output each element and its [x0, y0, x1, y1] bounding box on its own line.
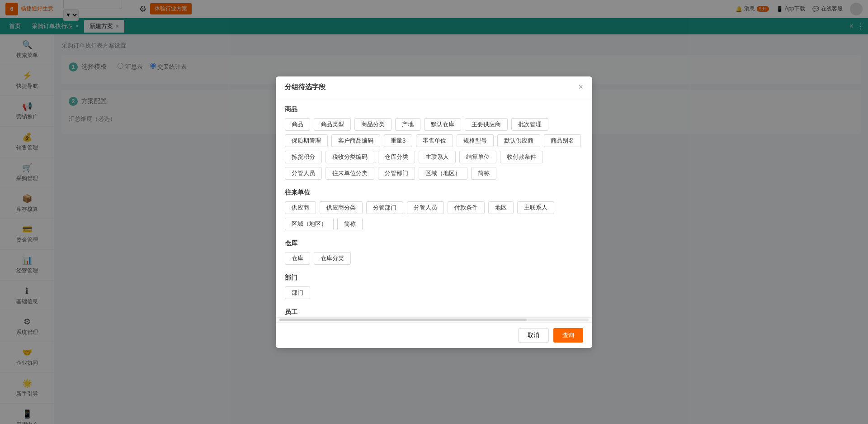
field-tag-warehouse-category[interactable]: 仓库分类 — [378, 151, 415, 163]
field-tag-pick-points[interactable]: 拣货积分 — [285, 151, 322, 163]
field-tag-spec[interactable]: 规格型号 — [457, 134, 494, 147]
confirm-button[interactable]: 查询 — [553, 328, 583, 343]
field-tag-goods-alias[interactable]: 商品别名 — [544, 134, 581, 147]
field-tags-dept: 部门 — [285, 286, 583, 299]
field-tag-tax-code[interactable]: 税收分类编码 — [326, 151, 374, 163]
field-tag-dept-supervisor[interactable]: 分管部门 — [378, 167, 415, 180]
field-tag-shelf-life[interactable]: 保质期管理 — [285, 134, 328, 147]
field-tag-main-supplier[interactable]: 主要供应商 — [465, 118, 508, 131]
field-tag-settlement-unit[interactable]: 结算单位 — [459, 151, 496, 163]
field-group-goods: 商品 商品 商品类型 商品分类 产地 默认仓库 主要供应商 批次管理 保质期管理… — [285, 105, 583, 180]
field-tag-retail-unit[interactable]: 零售单位 — [416, 134, 453, 147]
field-group-employee-title: 员工 — [285, 308, 583, 316]
field-tag-weight3[interactable]: 重量3 — [384, 134, 412, 147]
field-group-warehouse-title: 仓库 — [285, 239, 583, 248]
field-tag-warehouse[interactable]: 仓库 — [285, 252, 310, 265]
modal-header: 分组待选字段 × — [276, 76, 592, 98]
field-tag-supplier[interactable]: 供应商 — [285, 201, 316, 214]
field-tag-dept[interactable]: 部门 — [285, 286, 310, 299]
field-tag-goods[interactable]: 商品 — [285, 118, 310, 131]
field-tag-abbr-goods[interactable]: 简称 — [471, 167, 496, 180]
field-tags-warehouse: 仓库 仓库分类 — [285, 252, 583, 265]
field-tag-main-contact-cp[interactable]: 主联系人 — [517, 201, 554, 214]
field-group-counterpart: 往来单位 供应商 供应商分类 分管部门 分管人员 付款条件 地区 主联系人 区域… — [285, 189, 583, 230]
field-tag-person-mgr[interactable]: 分管人员 — [407, 201, 444, 214]
field-tag-payment-terms[interactable]: 收付款条件 — [500, 151, 543, 163]
modal-overlay: 分组待选字段 × 商品 商品 商品类型 商品分类 产地 默认仓库 主要供应商 批… — [0, 0, 868, 424]
field-group-employee: 员工 业务员 — [285, 308, 583, 318]
field-tag-dept-mgr[interactable]: 分管部门 — [366, 201, 403, 214]
field-tag-origin[interactable]: 产地 — [395, 118, 420, 131]
modal-body: 商品 商品 商品类型 商品分类 产地 默认仓库 主要供应商 批次管理 保质期管理… — [276, 98, 592, 318]
field-group-counterpart-title: 往来单位 — [285, 189, 583, 197]
field-tag-supervisor[interactable]: 分管人员 — [285, 167, 322, 180]
modal-dialog: 分组待选字段 × 商品 商品 商品类型 商品分类 产地 默认仓库 主要供应商 批… — [276, 76, 592, 348]
field-tags-goods: 商品 商品类型 商品分类 产地 默认仓库 主要供应商 批次管理 保质期管理 客户… — [285, 118, 583, 180]
field-tags-counterpart: 供应商 供应商分类 分管部门 分管人员 付款条件 地区 主联系人 区域（地区） … — [285, 201, 583, 230]
field-tag-region-area-cp[interactable]: 区域（地区） — [285, 218, 334, 230]
field-tag-region-goods[interactable]: 区域（地区） — [419, 167, 467, 180]
field-group-dept-title: 部门 — [285, 274, 583, 282]
field-tag-goods-category[interactable]: 商品分类 — [354, 118, 392, 131]
field-tag-counterpart-category[interactable]: 往来单位分类 — [326, 167, 374, 180]
field-tag-customer-code[interactable]: 客户商品编码 — [331, 134, 380, 147]
field-tag-abbr-cp[interactable]: 简称 — [337, 218, 363, 230]
cancel-button[interactable]: 取消 — [518, 328, 549, 343]
field-tag-default-warehouse[interactable]: 默认仓库 — [424, 118, 461, 131]
field-tag-default-supplier[interactable]: 默认供应商 — [497, 134, 540, 147]
field-tag-goods-type[interactable]: 商品类型 — [314, 118, 351, 131]
field-group-goods-title: 商品 — [285, 105, 583, 114]
field-tag-supplier-category[interactable]: 供应商分类 — [320, 201, 363, 214]
field-tag-region-cp[interactable]: 地区 — [488, 201, 514, 214]
field-tag-batch-management[interactable]: 批次管理 — [511, 118, 548, 131]
field-tag-main-contact[interactable]: 主联系人 — [419, 151, 456, 163]
field-group-warehouse: 仓库 仓库 仓库分类 — [285, 239, 583, 265]
modal-footer: 取消 查询 — [276, 322, 592, 348]
field-tag-payment-cond[interactable]: 付款条件 — [448, 201, 485, 214]
modal-hscroll[interactable] — [276, 317, 592, 322]
modal-title: 分组待选字段 — [285, 83, 326, 91]
field-group-dept: 部门 部门 — [285, 274, 583, 299]
field-tag-warehouse-cat[interactable]: 仓库分类 — [314, 252, 351, 265]
modal-close-btn[interactable]: × — [578, 83, 583, 91]
